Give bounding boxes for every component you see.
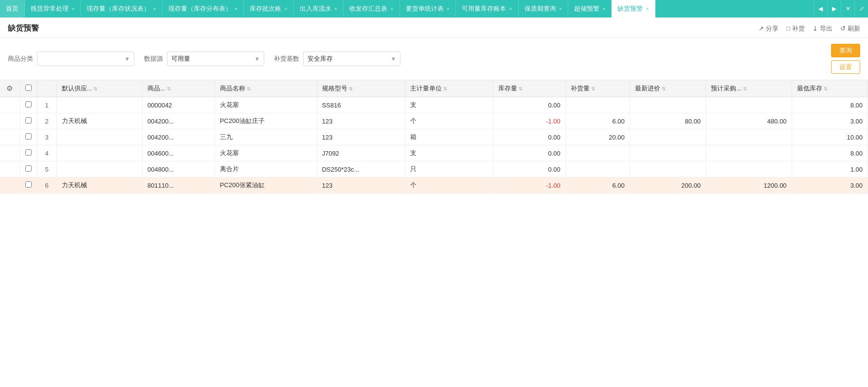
tab-stock-dist[interactable]: 现存量（库存分布表） × <box>163 0 244 18</box>
tab-close-available-ledger[interactable]: × <box>509 6 512 12</box>
sort-name-icon[interactable]: ⇅ <box>247 86 251 91</box>
row-latest-price-cell <box>630 161 705 177</box>
row-checkbox[interactable] <box>25 181 32 188</box>
settings-button[interactable]: 设置 <box>831 60 860 74</box>
tab-stock-status[interactable]: 现存量（库存状况表） × <box>81 0 162 18</box>
tab-close-overstock[interactable]: × <box>602 6 605 12</box>
row-code-cell: 004200... <box>142 113 215 129</box>
row-checkbox[interactable] <box>25 133 32 140</box>
tab-shortage[interactable]: 缺货预警 × <box>612 0 655 18</box>
share-action[interactable]: ↗ 分享 <box>759 24 778 33</box>
row-check-cell <box>19 97 37 113</box>
row-checkbox[interactable] <box>25 101 32 107</box>
page-title: 缺货预警 <box>8 23 39 34</box>
tab-inout-flow[interactable]: 出入库流水 × <box>294 0 344 18</box>
replenish-action[interactable]: □ 补货 <box>786 24 805 33</box>
select-all-checkbox[interactable] <box>25 85 32 91</box>
row-code-cell: 004600... <box>142 145 215 161</box>
tab-collect-summary[interactable]: 收发存汇总表 × <box>344 0 399 18</box>
tab-close-collect-summary[interactable]: × <box>390 6 393 12</box>
datasource-select[interactable]: 可用量 ▼ <box>167 52 264 66</box>
row-name-cell: 火花塞 <box>215 145 317 161</box>
data-table: ⚙ 默认供应... ⇅ 商品... <box>0 80 868 194</box>
row-unit-cell: 只 <box>405 161 493 177</box>
row-settings-cell <box>0 97 19 113</box>
th-check <box>19 80 37 97</box>
row-num-cell: 2 <box>37 113 56 129</box>
main-content: 缺货预警 ↗ 分享 □ 补货 ⤓ 导出 ↺ 刷新 商品分类 <box>0 18 868 387</box>
tab-overstock[interactable]: 超储预警 × <box>568 0 612 18</box>
row-est-purchase-cell: 480.00 <box>706 113 792 129</box>
tab-batch-account[interactable]: 库存批次账 × <box>244 0 293 18</box>
row-checkbox[interactable] <box>25 117 32 123</box>
row-est-purchase-cell <box>706 97 792 113</box>
row-supplier-cell <box>56 161 142 177</box>
row-stock-cell: 0.00 <box>493 129 565 145</box>
tab-close-inout-flow[interactable]: × <box>334 6 337 12</box>
tab-close-stock-dist[interactable]: × <box>235 6 237 12</box>
row-settings-cell <box>0 161 19 177</box>
row-replenish-cell: 20.00 <box>565 129 630 145</box>
row-latest-price-cell <box>630 97 705 113</box>
th-est-purchase: 预计采购... ⇅ <box>706 80 792 97</box>
tab-maximize-btn[interactable]: ⤢ <box>854 0 868 18</box>
row-code-cell: 801110... <box>142 177 215 194</box>
refresh-action[interactable]: ↺ 刷新 <box>840 24 860 33</box>
tab-next-btn[interactable]: ▶ <box>827 0 841 18</box>
tab-prev-btn[interactable]: ◀ <box>814 0 827 18</box>
replenish-base-label: 补货基数 <box>274 54 299 63</box>
tab-close-expiry-query[interactable]: × <box>559 6 562 12</box>
row-name-cell: PC200油缸庄子 <box>215 113 317 129</box>
row-stock-cell: 0.00 <box>493 97 565 113</box>
row-est-purchase-cell <box>706 145 792 161</box>
tab-close-shortage[interactable]: × <box>646 6 649 12</box>
row-unit-cell: 箱 <box>405 129 493 145</box>
tab-close-others-btn[interactable]: ✕ <box>841 0 854 18</box>
row-settings-cell <box>0 145 19 161</box>
replenish-base-select[interactable]: 安全库存 ▼ <box>303 52 400 66</box>
sort-replenish-icon[interactable]: ⇅ <box>591 86 595 91</box>
row-name-cell: 火花塞 <box>215 97 317 113</box>
th-code: 商品... ⇅ <box>142 80 215 97</box>
tab-close-abnormal[interactable]: × <box>72 6 74 12</box>
row-name-cell: PC200张紧油缸 <box>215 177 317 194</box>
row-settings-cell <box>0 113 19 129</box>
tab-close-batch-account[interactable]: × <box>284 6 287 12</box>
tab-close-stock-status[interactable]: × <box>153 6 156 12</box>
tab-home[interactable]: 首页 <box>0 0 25 18</box>
row-code-cell: 004800... <box>142 161 215 177</box>
query-button[interactable]: 查询 <box>831 44 860 57</box>
sort-code-icon[interactable]: ⇅ <box>167 86 171 91</box>
datasource-filter-group: 数据源 可用量 ▼ <box>144 52 264 66</box>
tab-available-ledger[interactable]: 可用量库存账本 × <box>456 0 518 18</box>
sort-latest-price-icon[interactable]: ⇅ <box>662 86 666 91</box>
sort-supplier-icon[interactable]: ⇅ <box>93 86 97 91</box>
export-icon: ⤓ <box>813 25 818 32</box>
row-min-stock-cell: 3.00 <box>792 113 868 129</box>
category-select[interactable]: ▼ <box>37 52 134 66</box>
export-action[interactable]: ⤓ 导出 <box>813 24 832 33</box>
tab-close-demand-stat[interactable]: × <box>447 6 450 12</box>
row-latest-price-cell <box>630 129 705 145</box>
sort-stock-icon[interactable]: ⇅ <box>519 86 523 91</box>
sort-est-purchase-icon[interactable]: ⇅ <box>743 86 747 91</box>
row-checkbox[interactable] <box>25 165 32 172</box>
row-checkbox[interactable] <box>25 149 32 156</box>
row-stock-cell: 0.00 <box>493 145 565 161</box>
sort-spec-icon[interactable]: ⇅ <box>349 86 353 91</box>
filter-area: 商品分类 ▼ 数据源 可用量 ▼ 补货基数 安全库存 ▼ 查询 设置 <box>0 38 868 80</box>
th-settings: ⚙ <box>0 80 19 97</box>
sort-min-stock-icon[interactable]: ⇅ <box>824 86 828 91</box>
sort-unit-icon[interactable]: ⇅ <box>443 86 447 91</box>
table-row: 5 004800... 离合片 DS250*23c... 只 0.00 1.00 <box>0 161 868 177</box>
th-supplier: 默认供应... ⇅ <box>56 80 142 97</box>
tab-demand-stat[interactable]: 要货单统计表 × <box>400 0 456 18</box>
tab-abnormal[interactable]: 拣货异常处理 × <box>25 0 81 18</box>
row-num-cell: 1 <box>37 97 56 113</box>
row-spec-cell: 123 <box>317 129 405 145</box>
category-filter-group: 商品分类 ▼ <box>8 52 134 66</box>
column-settings-icon[interactable]: ⚙ <box>6 84 13 92</box>
tab-expiry-query[interactable]: 保质期查询 × <box>519 0 568 18</box>
row-min-stock-cell: 8.00 <box>792 145 868 161</box>
th-unit: 主计量单位 ⇅ <box>405 80 493 97</box>
